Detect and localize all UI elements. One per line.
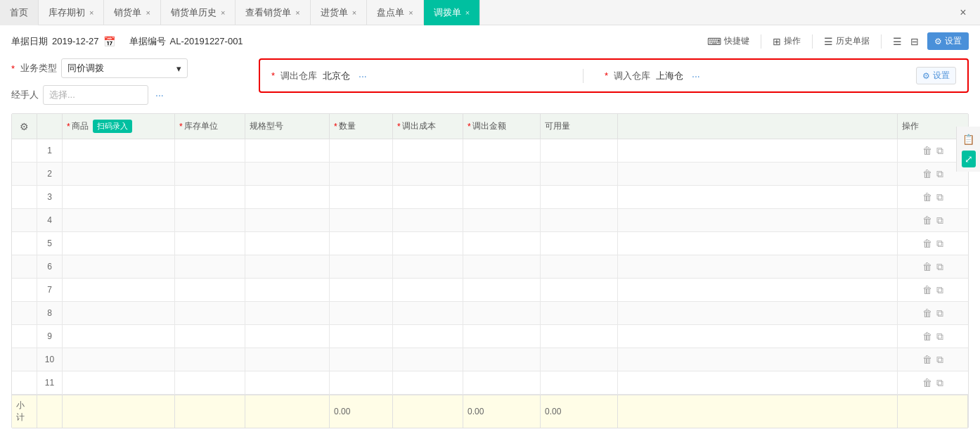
delete-icon[interactable]: 🗑	[922, 215, 932, 226]
grid-view-button[interactable]: ⊟	[910, 36, 919, 47]
copy-icon[interactable]: ⧉	[936, 191, 943, 203]
row-available[interactable]	[541, 255, 618, 278]
row-product[interactable]	[63, 186, 175, 208]
row-available[interactable]	[541, 163, 618, 185]
history-button[interactable]: ☰ 历史单据	[824, 35, 870, 47]
operations-button[interactable]: ⊞ 操作	[773, 35, 801, 47]
copy-icon[interactable]: ⧉	[936, 331, 943, 343]
row-cost[interactable]	[393, 163, 463, 185]
tab-sales-history[interactable]: 销货单历史 ×	[161, 0, 236, 25]
row-amount[interactable]	[463, 255, 541, 278]
row-product[interactable]	[63, 139, 175, 162]
row-qty[interactable]	[330, 325, 393, 348]
delete-icon[interactable]: 🗑	[922, 261, 932, 272]
row-spec[interactable]	[245, 371, 330, 394]
delete-icon[interactable]: 🗑	[922, 284, 932, 295]
row-amount[interactable]	[463, 139, 541, 162]
close-icon[interactable]: ×	[146, 8, 150, 17]
row-cost[interactable]	[393, 255, 463, 278]
row-qty[interactable]	[330, 371, 393, 394]
row-product[interactable]	[63, 302, 175, 324]
close-icon[interactable]: ×	[352, 8, 356, 17]
sidebar-document-icon[interactable]: 📋	[960, 131, 977, 148]
row-qty[interactable]	[330, 255, 393, 278]
row-product[interactable]	[63, 209, 175, 231]
row-qty[interactable]	[330, 348, 393, 371]
delete-icon[interactable]: 🗑	[922, 331, 932, 342]
copy-icon[interactable]: ⧉	[936, 354, 943, 366]
row-amount[interactable]	[463, 371, 541, 394]
delete-icon[interactable]: 🗑	[922, 191, 932, 203]
row-amount[interactable]	[463, 232, 541, 255]
copy-icon[interactable]: ⧉	[936, 168, 943, 180]
delete-icon[interactable]: 🗑	[922, 354, 932, 365]
row-spec[interactable]	[245, 255, 330, 278]
row-available[interactable]	[541, 371, 618, 394]
copy-icon[interactable]: ⧉	[936, 284, 943, 296]
row-amount[interactable]	[463, 325, 541, 348]
row-unit[interactable]	[175, 186, 245, 208]
delete-icon[interactable]: 🗑	[922, 145, 932, 156]
close-icon[interactable]: ×	[295, 8, 299, 17]
business-type-select[interactable]: 同价调拨 ▾	[61, 58, 188, 78]
row-product[interactable]	[63, 163, 175, 185]
row-spec[interactable]	[245, 302, 330, 324]
row-unit[interactable]	[175, 302, 245, 324]
close-icon[interactable]: ×	[89, 8, 94, 17]
row-unit[interactable]	[175, 232, 245, 255]
row-spec[interactable]	[245, 325, 330, 348]
row-amount[interactable]	[463, 186, 541, 208]
window-close-button[interactable]: ×	[952, 0, 974, 25]
row-available[interactable]	[541, 186, 618, 208]
row-qty[interactable]	[330, 232, 393, 255]
row-spec[interactable]	[245, 163, 330, 185]
row-product[interactable]	[63, 371, 175, 394]
row-unit[interactable]	[175, 163, 245, 185]
settings-column-header[interactable]: ⚙	[12, 114, 37, 139]
row-amount[interactable]	[463, 163, 541, 185]
copy-icon[interactable]: ⧉	[936, 238, 943, 250]
row-unit[interactable]	[175, 279, 245, 301]
tab-sales-order[interactable]: 销货单 ×	[104, 0, 160, 25]
row-qty[interactable]	[330, 279, 393, 301]
row-unit[interactable]	[175, 371, 245, 394]
row-amount[interactable]	[463, 209, 541, 231]
delete-icon[interactable]: 🗑	[922, 168, 932, 179]
row-amount[interactable]	[463, 302, 541, 324]
delete-icon[interactable]: 🗑	[922, 307, 932, 319]
row-cost[interactable]	[393, 186, 463, 208]
row-cost[interactable]	[393, 302, 463, 324]
shortcuts-button[interactable]: ⌨ 快捷键	[707, 35, 749, 47]
transfer-in-more-button[interactable]: ···	[689, 70, 703, 82]
delete-icon[interactable]: 🗑	[922, 377, 932, 388]
copy-icon[interactable]: ⧉	[936, 215, 943, 227]
handler-input[interactable]: 选择...	[43, 85, 148, 105]
row-available[interactable]	[541, 279, 618, 301]
row-unit[interactable]	[175, 139, 245, 162]
copy-icon[interactable]: ⧉	[936, 261, 943, 273]
copy-icon[interactable]: ⧉	[936, 377, 943, 389]
row-spec[interactable]	[245, 186, 330, 208]
warehouse-setting-button[interactable]: ⚙ 设置	[916, 67, 956, 84]
row-product[interactable]	[63, 279, 175, 301]
row-spec[interactable]	[245, 348, 330, 371]
row-qty[interactable]	[330, 209, 393, 231]
row-product[interactable]	[63, 255, 175, 278]
row-cost[interactable]	[393, 139, 463, 162]
row-cost[interactable]	[393, 232, 463, 255]
row-available[interactable]	[541, 325, 618, 348]
calendar-icon[interactable]: 📅	[103, 36, 115, 47]
handler-more-button[interactable]: ···	[153, 89, 167, 101]
row-qty[interactable]	[330, 163, 393, 185]
row-available[interactable]	[541, 209, 618, 231]
row-unit[interactable]	[175, 325, 245, 348]
row-cost[interactable]	[393, 279, 463, 301]
close-icon[interactable]: ×	[465, 8, 470, 17]
tab-transfer[interactable]: 调拨单 ×	[424, 0, 480, 25]
row-cost[interactable]	[393, 325, 463, 348]
row-qty[interactable]	[330, 139, 393, 162]
row-product[interactable]	[63, 325, 175, 348]
transfer-out-more-button[interactable]: ···	[356, 70, 370, 82]
scan-input-button[interactable]: 扫码录入	[93, 120, 132, 133]
copy-icon[interactable]: ⧉	[936, 307, 943, 319]
